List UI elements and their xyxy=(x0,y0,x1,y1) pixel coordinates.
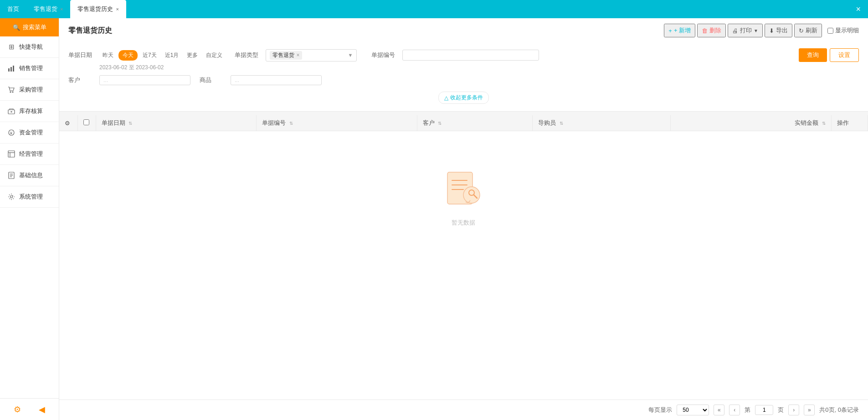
goods-filter-input[interactable]: ... xyxy=(231,75,322,85)
collapse-button[interactable]: △ 收起更多条件 xyxy=(438,92,489,104)
sort-date-icon: ⇅ xyxy=(128,121,132,126)
tab-retail-return-close[interactable]: × xyxy=(60,6,63,12)
print-arrow-icon: ▼ xyxy=(754,28,758,33)
sidebar-item-sales[interactable]: 销售管理 xyxy=(0,58,59,79)
table-header-row: ⚙ 单据日期 ⇅ 单据编号 ⇅ xyxy=(59,115,868,131)
top-tab-bar: 首页 零售退货 × 零售退货历史 × × xyxy=(0,0,868,18)
empty-state-row: 暂无数据 xyxy=(59,131,868,264)
show-detail-input[interactable] xyxy=(827,28,833,34)
customer-filter-item: 客户 ... xyxy=(68,75,190,85)
empty-state-cell: 暂无数据 xyxy=(59,131,868,264)
th-settings[interactable]: ⚙ xyxy=(59,115,77,131)
th-no-label: 单据编号 xyxy=(262,119,286,126)
page-prefix: 第 xyxy=(745,406,750,414)
date-btn-1month[interactable]: 近1月 xyxy=(162,50,182,61)
sidebar-bottom: ⚙ ◀ xyxy=(0,398,59,420)
tab-retail-return[interactable]: 零售退货 × xyxy=(26,0,70,18)
quick-nav-icon: ⊞ xyxy=(7,43,15,51)
sidebar-item-basic-info[interactable]: 基础信息 xyxy=(0,165,59,186)
date-btn-today[interactable]: 今天 xyxy=(118,50,138,61)
export-button[interactable]: ⬇ 导出 xyxy=(765,24,792,37)
settings-bottom-icon[interactable]: ⚙ xyxy=(14,405,21,415)
page-prev-button[interactable]: ‹ xyxy=(729,405,740,415)
page-title: 零售退货历史 xyxy=(68,26,112,36)
date-btn-more[interactable]: 更多 xyxy=(184,50,201,61)
date-btn-yesterday[interactable]: 昨天 xyxy=(99,50,117,61)
operation-icon xyxy=(7,150,15,158)
filter-row-2: 客户 ... 商品 ... xyxy=(68,75,859,85)
window-close-button[interactable]: × xyxy=(848,5,868,14)
date-btn-7days[interactable]: 近7天 xyxy=(139,50,160,61)
page-label: 页 xyxy=(778,406,784,414)
tab-retail-return-history-close[interactable]: × xyxy=(116,6,118,12)
svg-rect-0 xyxy=(8,68,10,72)
goods-filter-label: 商品 xyxy=(200,76,227,84)
page-prev-icon: ‹ xyxy=(734,407,735,413)
th-no[interactable]: 单据编号 ⇅ xyxy=(257,115,417,131)
th-customer-label: 客户 xyxy=(423,119,435,126)
show-detail-label: 显示明细 xyxy=(835,26,859,35)
delete-button[interactable]: 🗑 🗑 删除 删除 xyxy=(697,24,726,37)
page-next-icon: › xyxy=(793,407,795,413)
customer-filter-input[interactable]: ... xyxy=(99,75,190,85)
new-icon: + xyxy=(668,27,672,34)
empty-state-icon xyxy=(441,168,486,213)
sidebar-item-system[interactable]: 系统管理 xyxy=(0,186,59,208)
date-btn-custom[interactable]: 自定义 xyxy=(203,50,226,61)
voucher-filter-input[interactable] xyxy=(402,50,539,61)
page-first-button[interactable]: « xyxy=(714,405,724,415)
customer-placeholder: ... xyxy=(103,77,108,83)
page-size-select[interactable]: 10 20 50 100 xyxy=(677,405,709,415)
th-check[interactable] xyxy=(77,115,96,131)
sidebar-item-inventory[interactable]: 库存核算 xyxy=(0,101,59,122)
new-button[interactable]: + + 新增 xyxy=(664,24,695,37)
tab-home[interactable]: 首页 xyxy=(0,0,26,18)
table-header: ⚙ 单据日期 ⇅ 单据编号 ⇅ xyxy=(59,115,868,131)
print-button[interactable]: 🖨 打印 ▼ xyxy=(728,24,763,37)
check-all-input[interactable] xyxy=(83,119,89,125)
sidebar-item-operation[interactable]: 经营管理 xyxy=(0,143,59,165)
date-filter-label: 单据日期 xyxy=(68,51,96,59)
sidebar-item-quick-nav-label: 快捷导航 xyxy=(19,43,43,51)
setting-button[interactable]: 设置 xyxy=(830,48,859,62)
type-filter-select[interactable]: 零售退货 × ▼ xyxy=(266,49,357,61)
date-filter-buttons: 昨天 今天 近7天 近1月 更多 自定义 xyxy=(99,50,226,61)
sidebar-search[interactable]: 🔍 搜索菜单 xyxy=(0,18,59,36)
table-area: ⚙ 单据日期 ⇅ 单据编号 ⇅ xyxy=(59,115,868,400)
type-tag-text: 零售退货 xyxy=(272,51,294,59)
th-guide[interactable]: 导购员 ⇅ xyxy=(533,115,671,131)
type-filter-item: 单据类型 零售退货 × ▼ xyxy=(235,49,362,61)
collapse-row: △ 收起更多条件 xyxy=(68,90,859,106)
query-button[interactable]: 查询 xyxy=(799,48,827,62)
th-date[interactable]: 单据日期 ⇅ xyxy=(96,115,257,131)
sidebar-item-finance-label: 资金管理 xyxy=(19,128,43,137)
search-icon: 🔍 xyxy=(13,24,20,31)
th-guide-label: 导购员 xyxy=(538,119,556,126)
sidebar-item-finance[interactable]: ¥ 资金管理 xyxy=(0,122,59,143)
svg-rect-1 xyxy=(10,67,12,72)
svg-point-4 xyxy=(12,92,13,92)
type-tag-remove[interactable]: × xyxy=(296,52,299,58)
th-customer[interactable]: 客户 ⇅ xyxy=(417,115,533,131)
sidebar-item-purchase-label: 采购管理 xyxy=(19,86,43,94)
page-input[interactable] xyxy=(755,405,773,415)
th-amount[interactable]: 实销金额 ⇅ xyxy=(671,115,832,131)
page-next-button[interactable]: › xyxy=(788,405,799,415)
refresh-button[interactable]: ↻ 刷新 xyxy=(794,24,822,37)
collapse-icon: △ xyxy=(444,95,448,101)
collapse-sidebar-icon[interactable]: ◀ xyxy=(39,405,45,415)
page-title-row: 零售退货历史 + + 新增 🗑 🗑 删除 删除 🖨 xyxy=(68,24,859,37)
settings-icon: ⚙ xyxy=(65,120,70,127)
system-icon xyxy=(7,193,15,201)
page-header: 零售退货历史 + + 新增 🗑 🗑 删除 删除 🖨 xyxy=(59,18,868,112)
page-last-button[interactable]: » xyxy=(804,405,815,415)
sidebar-item-purchase[interactable]: 采购管理 xyxy=(0,79,59,101)
th-amount-label: 实销金额 xyxy=(795,119,818,126)
sidebar: 🔍 搜索菜单 ⊞ 快捷导航 销售管理 采购管理 库存核算 xyxy=(0,18,59,420)
purchase-icon xyxy=(7,86,15,94)
tab-retail-return-history[interactable]: 零售退货历史 × xyxy=(70,0,126,18)
sort-no-icon: ⇅ xyxy=(289,121,293,126)
show-detail-checkbox[interactable]: 显示明细 xyxy=(827,26,859,35)
sidebar-item-quick-nav[interactable]: ⊞ 快捷导航 xyxy=(0,36,59,58)
date-range-text: 2023-06-02 至 2023-06-02 xyxy=(99,64,164,71)
